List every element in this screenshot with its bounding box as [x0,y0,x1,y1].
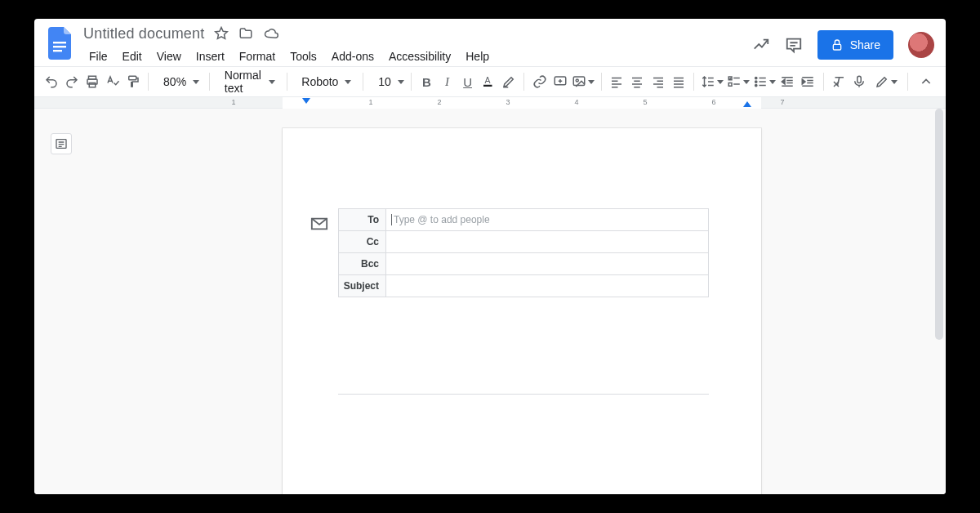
subject-field[interactable] [386,275,709,297]
chevron-down-icon [588,80,595,84]
paint-format-button[interactable] [124,70,141,93]
share-button[interactable]: Share [817,30,893,60]
paragraph-style-select[interactable]: Normal text [216,70,280,93]
chevron-down-icon [193,80,199,84]
header-left: Untitled document File Edit View Insert … [83,24,495,66]
align-right-button[interactable] [649,70,666,93]
font-size-select[interactable]: 10 [370,70,404,93]
comment-button[interactable] [551,70,568,93]
svg-point-42 [755,84,756,86]
doc-title[interactable]: Untitled document [83,25,204,42]
svg-rect-56 [858,76,862,83]
docs-logo[interactable] [46,24,75,63]
menu-accessibility[interactable]: Accessibility [383,47,457,66]
comments-icon[interactable] [785,36,803,54]
redo-button[interactable] [63,70,80,93]
svg-rect-0 [53,42,66,43]
voice-type-button[interactable] [851,70,868,93]
bold-button[interactable]: B [418,70,435,93]
menu-insert[interactable]: Insert [190,47,230,66]
clear-format-button[interactable] [831,70,848,93]
indent-decrease-button[interactable] [779,70,796,93]
line-spacing-button[interactable] [701,70,724,93]
menu-file[interactable]: File [83,47,114,66]
highlight-button[interactable] [500,70,517,93]
undo-button[interactable] [42,70,60,93]
cc-field[interactable] [386,231,709,253]
chevron-down-icon [398,80,404,84]
align-center-button[interactable] [629,70,646,93]
subject-label: Subject [339,275,386,297]
star-icon[interactable] [214,26,229,41]
header: Untitled document File Edit View Insert … [34,19,946,66]
indent-marker-right[interactable] [743,101,751,107]
bcc-field[interactable] [386,253,709,275]
editing-mode-button[interactable] [871,70,901,93]
to-label: To [339,209,386,231]
zoom-select[interactable]: 80% [155,70,203,93]
image-button[interactable] [572,70,595,93]
underline-button[interactable]: U [459,70,476,93]
share-label: Share [850,38,880,51]
gmail-icon [310,216,328,231]
editor-canvas: To Type @ to add people Cc Bcc Subject [34,109,946,494]
svg-point-40 [755,77,756,78]
chevron-down-icon [269,80,275,84]
menu-edit[interactable]: Edit [117,47,148,66]
svg-rect-2 [53,50,62,51]
vertical-scrollbar[interactable] [934,109,944,494]
spellcheck-button[interactable] [104,70,121,93]
indent-marker-left[interactable] [302,98,310,104]
svg-rect-5 [833,44,840,50]
collapse-toolbar-button[interactable] [915,70,938,93]
align-justify-button[interactable] [670,70,687,93]
chevron-down-icon [891,80,898,84]
italic-button[interactable]: I [439,70,456,93]
menu-format[interactable]: Format [234,47,281,66]
account-avatar[interactable] [908,32,934,58]
divider [338,394,709,395]
align-left-button[interactable] [608,70,626,93]
svg-rect-9 [129,76,136,80]
svg-rect-38 [728,83,732,87]
indent-increase-button[interactable] [800,70,817,93]
font-select[interactable]: Roboto [293,70,356,93]
toolbar: 80% Normal text Roboto 10 B I U A [34,66,946,97]
activity-icon[interactable] [752,36,770,54]
svg-rect-11 [483,85,492,87]
ruler[interactable]: 1 1 2 3 4 5 6 7 [34,97,946,109]
lock-icon [831,38,844,51]
show-outline-button[interactable] [51,133,72,154]
menu-tools[interactable]: Tools [284,47,323,66]
app-window: Untitled document File Edit View Insert … [34,19,946,494]
menu-view[interactable]: View [151,47,187,66]
checklist-button[interactable] [727,70,750,93]
bcc-label: Bcc [339,253,386,275]
svg-text:A: A [484,75,490,85]
chevron-down-icon [345,80,351,84]
to-field[interactable]: Type @ to add people [386,209,709,231]
menu-help[interactable]: Help [460,47,495,66]
menu-bar: File Edit View Insert Format Tools Add-o… [83,47,495,66]
svg-point-16 [576,79,578,82]
cloud-status-icon[interactable] [263,26,279,41]
header-right: Share [752,24,934,60]
chevron-down-icon [769,80,776,84]
bullet-list-button[interactable] [753,70,776,93]
menu-addons[interactable]: Add-ons [326,47,380,66]
link-button[interactable] [531,70,548,93]
document-page[interactable]: To Type @ to add people Cc Bcc Subject [283,128,761,494]
move-icon[interactable] [238,26,253,41]
cc-label: Cc [339,231,386,253]
svg-rect-1 [53,46,66,47]
print-button[interactable] [83,70,100,93]
svg-point-41 [755,81,756,83]
chevron-down-icon [743,80,750,84]
email-draft-block: To Type @ to add people Cc Bcc Subject [338,208,709,297]
text-color-button[interactable]: A [479,70,497,93]
chevron-down-icon [717,80,724,84]
